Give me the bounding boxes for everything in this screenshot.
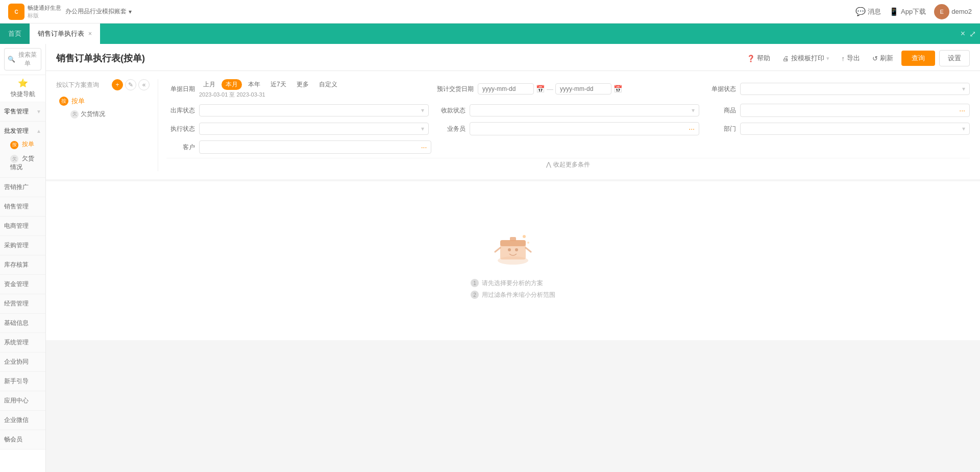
- sidebar-section-retail: 零售管理 ▼: [0, 102, 45, 122]
- add-scheme-button[interactable]: +: [112, 79, 123, 90]
- filter-row-1: 单据日期 上月 本月 本年 近7天 更多 自定义: [166, 79, 970, 99]
- tab-home[interactable]: 首页: [0, 23, 30, 44]
- tab-bar-actions: × ⤢: [957, 23, 980, 44]
- sidebar-item-sales[interactable]: 销售管理: [4, 200, 41, 213]
- tab-close-all-icon[interactable]: ×: [961, 29, 965, 38]
- logo-area: C 畅捷通好生意 标版: [8, 4, 61, 20]
- sub-item-icon-shortage: 欠: [10, 155, 18, 163]
- svg-rect-5: [510, 237, 516, 241]
- exec-status-select[interactable]: ▾: [199, 123, 429, 135]
- sidebar-retail-label: 零售管理: [4, 107, 29, 116]
- date-tab-this-month[interactable]: 本月: [222, 79, 242, 90]
- sidebar-sub-item-shortage[interactable]: 欠 欠货情况: [4, 152, 41, 175]
- sidebar-app-center-label: 应用中心: [4, 396, 29, 405]
- expected-date-end-input[interactable]: [555, 83, 611, 95]
- status-select[interactable]: ▾: [740, 83, 970, 95]
- collapse-scheme-button[interactable]: «: [138, 79, 150, 90]
- date-tab-this-year[interactable]: 本年: [244, 79, 264, 90]
- customer-more-icon[interactable]: ···: [421, 143, 427, 151]
- scheme-shortage-icon: 欠: [70, 110, 79, 119]
- breadcrumb-text: 办公用品行业模拟账套: [65, 7, 127, 16]
- collapse-more-conditions-button[interactable]: ⋀ 收起更多条件: [166, 158, 970, 171]
- sidebar-sub-label-order: 按单: [22, 140, 34, 148]
- sidebar-item-quick-nav[interactable]: ⭐ 快捷导航: [0, 75, 45, 102]
- breadcrumb-dropdown[interactable]: 办公用品行业模拟账套 ▾: [65, 7, 132, 16]
- dept-label: 部门: [707, 125, 736, 133]
- message-nav-item[interactable]: 💬 消息: [855, 7, 881, 16]
- sidebar-retail-arrow: ▼: [36, 109, 41, 114]
- scheme-item-shortage[interactable]: 欠 欠货情况: [56, 108, 150, 121]
- sidebar-item-purchase[interactable]: 采购管理: [4, 239, 41, 252]
- sidebar-item-wholesale[interactable]: 批发管理 ▲: [4, 125, 41, 137]
- payment-status-select[interactable]: ▾: [470, 104, 699, 116]
- message-icon: 💬: [855, 7, 866, 16]
- sidebar-item-membership[interactable]: 畅会员: [4, 433, 41, 446]
- logo-name: 畅捷通好生意: [28, 4, 61, 11]
- sidebar-item-wechat-work[interactable]: 企业微信: [4, 414, 41, 427]
- print-label: 按模板打印: [791, 54, 824, 63]
- sidebar-item-finance[interactable]: 资金管理: [4, 278, 41, 291]
- customer-input[interactable]: ···: [199, 140, 431, 154]
- exec-status-label: 执行状态: [166, 125, 195, 133]
- date-field-label: 单据日期: [166, 85, 195, 93]
- date-tab-last-month[interactable]: 上月: [199, 79, 219, 90]
- scheme-order-label: 按单: [71, 97, 85, 106]
- app-download-nav-item[interactable]: 📱 App下载: [889, 7, 926, 16]
- calendar-end-icon[interactable]: 📅: [614, 85, 622, 93]
- expected-date-start-input[interactable]: [478, 83, 534, 95]
- tab-close-icon[interactable]: ×: [88, 30, 92, 37]
- scheme-order-icon: 按: [59, 97, 68, 106]
- filter-scheme-header: 按以下方案查询 + ✎ «: [56, 79, 150, 90]
- sidebar-sub-item-order[interactable]: 按 按单: [4, 137, 41, 152]
- query-button[interactable]: 查询: [901, 51, 935, 66]
- sidebar-wholesale-label: 批发管理: [4, 127, 29, 135]
- sidebar-item-retail[interactable]: 零售管理 ▼: [4, 105, 41, 118]
- expected-date-field-group: 预计交货日期 📅 — 📅: [437, 83, 699, 95]
- sidebar-item-beginner[interactable]: 新手引导: [4, 375, 41, 388]
- date-tab-custom[interactable]: 自定义: [315, 79, 341, 90]
- tab-sales-execution[interactable]: 销售订单执行表 ×: [30, 23, 100, 44]
- date-tab-more[interactable]: 更多: [292, 79, 313, 90]
- sidebar-search-button[interactable]: 🔍 搜索菜单: [4, 48, 41, 70]
- scheme-item-order[interactable]: 按 按单: [56, 95, 150, 108]
- export-button[interactable]: ↑ 导出: [838, 52, 865, 65]
- empty-hint-2: 2 用过滤条件来缩小分析范围: [471, 291, 555, 299]
- svg-point-7: [527, 242, 529, 244]
- salesperson-input[interactable]: ···: [470, 122, 699, 135]
- status-label: 单据状态: [707, 85, 736, 93]
- sidebar-item-marketing[interactable]: 营销推广: [4, 181, 41, 194]
- top-nav: C 畅捷通好生意 标版 办公用品行业模拟账套 ▾ 💬 消息 📱 App下载 E …: [0, 0, 980, 23]
- filter-scheme-panel: 按以下方案查询 + ✎ « 按 按单 欠 欠货情况: [56, 79, 158, 171]
- sidebar-item-app-center[interactable]: 应用中心: [4, 394, 41, 407]
- sidebar-item-enterprise-collab[interactable]: 企业协同: [4, 356, 41, 368]
- sidebar-item-inventory[interactable]: 库存核算: [4, 258, 41, 271]
- settings-button[interactable]: 设置: [939, 50, 970, 66]
- empty-hints: 1 请先选择要分析的方案 2 用过滤条件来缩小分析范围: [471, 279, 555, 299]
- sidebar-section-membership: 畅会员: [0, 430, 45, 450]
- dept-arrow: ▾: [962, 125, 965, 132]
- stock-status-select[interactable]: ▾: [199, 104, 429, 116]
- edit-scheme-button[interactable]: ✎: [125, 79, 136, 90]
- help-button[interactable]: ❓ 帮助: [743, 52, 774, 65]
- user-profile[interactable]: E demo2: [934, 4, 972, 19]
- sidebar-item-system[interactable]: 系统管理: [4, 336, 41, 349]
- sidebar-item-basic-info[interactable]: 基础信息: [4, 317, 41, 329]
- goods-input[interactable]: ···: [740, 104, 970, 117]
- salesperson-more-icon[interactable]: ···: [689, 125, 695, 133]
- refresh-button[interactable]: ↺ 刷新: [868, 52, 897, 65]
- dept-select[interactable]: ▾: [740, 123, 970, 135]
- filter-row-3: 执行状态 ▾ 业务员 ···: [166, 122, 970, 135]
- sidebar-beginner-label: 新手引导: [4, 377, 29, 386]
- sidebar-section-system: 系统管理: [0, 333, 45, 352]
- sidebar-item-ecommerce[interactable]: 电商管理: [4, 220, 41, 232]
- status-field-group: 单据状态 ▾: [707, 83, 970, 95]
- sidebar-section-wholesale: 批发管理 ▲ 按 按单 欠 欠货情况: [0, 122, 45, 178]
- print-button[interactable]: 🖨 按模板打印 ▾: [778, 52, 834, 65]
- date-tabs: 上月 本月 本年 近7天 更多 自定义: [199, 79, 341, 90]
- goods-more-icon[interactable]: ···: [959, 106, 965, 114]
- date-tab-last-7days[interactable]: 近7天: [266, 79, 290, 90]
- sidebar-item-operations[interactable]: 经营管理: [4, 297, 41, 310]
- tab-expand-icon[interactable]: ⤢: [969, 29, 976, 39]
- calendar-start-icon[interactable]: 📅: [536, 85, 545, 93]
- main-container: 🔍 搜索菜单 ⭐ 快捷导航 零售管理 ▼ 批发管理 ▲ 按 按单: [0, 44, 980, 472]
